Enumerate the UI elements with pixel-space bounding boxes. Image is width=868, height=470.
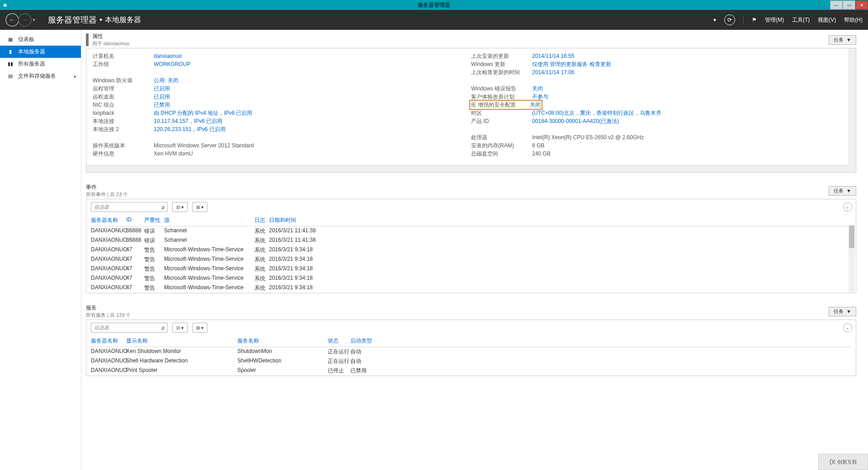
column-header[interactable]: 严重性 — [144, 216, 164, 224]
table-cell: Microsoft-Windows-Time-Service — [164, 256, 255, 263]
property-row: Windows 错误报告关闭 — [471, 85, 849, 93]
services-filter-input[interactable]: 筛选器 ρ — [91, 323, 168, 333]
column-header[interactable]: 服务名称 — [237, 337, 328, 345]
property-value[interactable]: 2014/11/14 16:55 — [532, 52, 574, 60]
sidebar-item-dashboard[interactable]: ▦ 仪表板 — [0, 33, 81, 46]
chevron-down-icon: ▼ — [846, 188, 851, 193]
property-label: 上次安装的更新 — [471, 52, 532, 60]
column-header[interactable]: 启动类型 — [350, 337, 387, 345]
menu-tools[interactable]: 工具(T) — [792, 16, 810, 24]
property-value[interactable]: 00184-30000-00001-AA420(已激活) — [532, 118, 619, 125]
table-row[interactable]: DANXIAONUOPrint SpoolerSpooler已停止已禁用 — [91, 366, 851, 376]
property-value[interactable]: 公用: 关闭 — [154, 77, 179, 84]
services-panel: 筛选器 ρ ⊟ ▾ ⊞ ▾ ⌄ 服务器名称显示名称服务名称状态启动类型 DANX… — [86, 320, 856, 376]
file-storage-icon: ▤ — [7, 73, 14, 79]
sidebar-item-all-servers[interactable]: ▮▮ 所有服务器 — [0, 58, 81, 70]
services-options-button[interactable]: ⊟ ▾ — [172, 323, 188, 333]
property-value[interactable]: 仅使用 管理的更新服务 检查更新 — [532, 61, 611, 68]
property-value[interactable]: 已启用 — [154, 85, 170, 92]
close-button[interactable]: ✕ — [855, 0, 868, 9]
table-cell: Schannel — [164, 237, 255, 244]
table-cell: DANXIAONUO — [91, 265, 126, 273]
table-cell: Spooler — [237, 367, 328, 375]
property-value[interactable]: 2014/11/14 17:06 — [532, 69, 574, 76]
nav-back-button[interactable]: ← — [5, 13, 19, 27]
column-header[interactable]: ID — [126, 216, 144, 224]
property-value: Microsoft Windows Server 2012 Standard — [154, 142, 254, 149]
property-value[interactable]: (UTC+08:00)北京，重庆，香港特别行政区，乌鲁木齐 — [532, 109, 661, 117]
property-value[interactable]: 120.26.233.151，IPv6 已启用 — [154, 126, 226, 133]
nav-forward-button[interactable]: → — [18, 13, 32, 27]
property-row: 操作系统版本Microsoft Windows Server 2012 Stan… — [93, 141, 471, 150]
table-row[interactable]: DANXIAONUO36888错误Schannel系统2016/3/21 11:… — [91, 226, 851, 236]
menu-help[interactable]: 帮助(H) — [844, 16, 863, 24]
table-row[interactable]: DANXIAONUO47警告Microsoft-Windows-Time-Ser… — [91, 283, 851, 293]
column-header[interactable]: 显示名称 — [126, 337, 237, 345]
horizontal-scrollbar[interactable] — [86, 165, 849, 172]
column-header[interactable]: 状态 — [328, 337, 350, 345]
sidebar-item-file-storage[interactable]: ▤ 文件和存储服务 ▸ — [0, 70, 81, 82]
vertical-scrollbar[interactable] — [849, 226, 855, 292]
property-value[interactable]: 不参与 — [532, 93, 548, 100]
property-label: 远程桌面 — [93, 93, 154, 100]
property-label: 总磁盘空间 — [471, 150, 532, 157]
property-value[interactable]: 10.117.54.157，IPv6 已启用 — [154, 118, 222, 125]
table-cell: 47 — [126, 275, 144, 282]
property-value[interactable]: 已启用 — [154, 93, 170, 100]
flag-icon[interactable]: ⚑ — [752, 17, 757, 23]
property-value[interactable]: 已禁用 — [154, 101, 170, 108]
services-tasks-button[interactable]: 任务 ▼ — [829, 307, 856, 316]
table-row[interactable]: DANXIAONUO47警告Microsoft-Windows-Time-Ser… — [91, 255, 851, 264]
properties-tasks-button[interactable]: 任务 ▼ — [829, 35, 856, 45]
events-filter-input[interactable]: 筛选器 ρ — [91, 202, 168, 212]
property-value[interactable]: danxiaonuo — [154, 52, 182, 60]
services-expand-button[interactable]: ⌄ — [843, 323, 852, 332]
sidebar-item-label: 文件和存储服务 — [18, 72, 56, 80]
property-row: 本地连接 2120.26.233.151，IPv6 已启用 — [93, 125, 471, 133]
column-header[interactable]: 源 — [164, 216, 255, 224]
minimize-button[interactable]: — — [830, 0, 843, 9]
chevron-right-icon: ▸ — [74, 74, 76, 79]
table-cell: 已停止 — [328, 367, 350, 375]
table-row[interactable]: DANXIAONUO47警告Microsoft-Windows-Time-Ser… — [91, 264, 851, 274]
menu-view[interactable]: 视图(V) — [818, 16, 836, 24]
property-label: loopback — [93, 109, 154, 117]
table-row[interactable]: DANXIAONUO47警告Microsoft-Windows-Time-Ser… — [91, 274, 851, 283]
column-header[interactable]: 服务器名称 — [91, 216, 126, 224]
table-row[interactable]: DANXIAONUO36888错误Schannel系统2016/3/21 11:… — [91, 236, 851, 245]
all-servers-icon: ▮▮ — [7, 61, 14, 67]
events-tasks-button[interactable]: 任务 ▼ — [829, 186, 856, 196]
events-expand-button[interactable]: ⌄ — [843, 202, 852, 212]
events-save-button[interactable]: ⊞ ▾ — [192, 202, 208, 212]
table-cell: DANXIAONUO — [91, 367, 126, 375]
table-row[interactable]: DANXIAONUOXen Shutdown MonitorShutdownMo… — [91, 347, 851, 357]
menu-manage[interactable]: 管理(M) — [765, 16, 784, 24]
property-value[interactable]: WORKGROUP — [154, 61, 190, 68]
properties-panel: 计算机名danxiaonuo工作组WORKGROUPWindows 防火墙公用:… — [86, 48, 856, 173]
table-cell: 系统 — [255, 237, 269, 244]
column-header[interactable]: 服务器名称 — [91, 337, 126, 345]
property-value[interactable]: 关闭 — [532, 85, 543, 92]
maximize-button[interactable]: ▭ — [843, 0, 855, 9]
nav-dropdown-icon[interactable]: ▾ — [33, 17, 35, 23]
table-row[interactable]: DANXIAONUOShell Hardware DetectionShellH… — [91, 357, 851, 366]
events-subtitle: 所有事件 | 共 23 个 — [86, 191, 128, 198]
property-label: 操作系统版本 — [93, 142, 154, 149]
column-header[interactable]: 日志 — [255, 216, 269, 224]
vertical-scrollbar[interactable] — [849, 48, 856, 165]
table-cell: Microsoft-Windows-Time-Service — [164, 275, 255, 282]
breadcrumb-root[interactable]: 服务器管理器 — [48, 14, 97, 25]
property-label: 客户体验改善计划 — [471, 93, 532, 100]
sidebar-item-local-server[interactable]: ▮ 本地服务器 — [0, 46, 81, 58]
services-save-button[interactable]: ⊞ ▾ — [192, 323, 208, 333]
property-row: 远程管理已启用 — [93, 85, 471, 93]
refresh-button[interactable]: ⟳ — [724, 14, 735, 25]
header-dropdown-icon[interactable]: ▾ — [713, 17, 716, 23]
events-options-button[interactable]: ⊟ ▾ — [172, 202, 188, 212]
table-cell: 36888 — [126, 227, 144, 235]
property-value[interactable]: 由 DHCP 分配的 IPv4 地址，IPv6 已启用 — [154, 109, 252, 117]
properties-title: 属性 — [92, 33, 129, 40]
property-value: Xen HVM domU — [154, 150, 193, 157]
column-header[interactable]: 日期和时间 — [269, 216, 332, 224]
table-row[interactable]: DANXIAONUO47警告Microsoft-Windows-Time-Ser… — [91, 245, 851, 255]
